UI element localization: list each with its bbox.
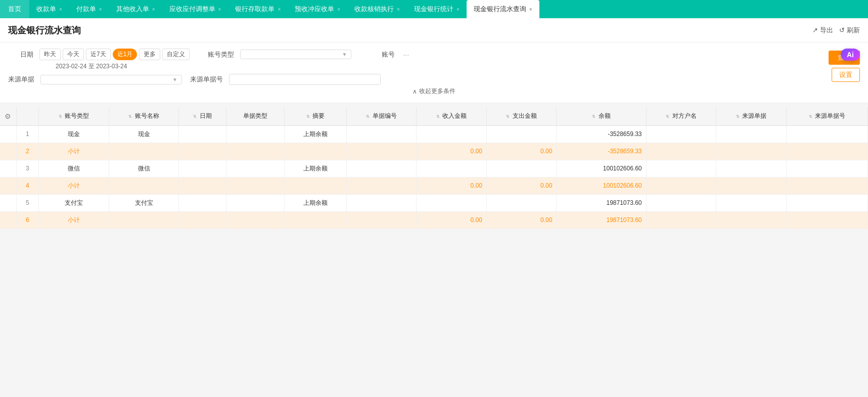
col-expense-label: 支出金额 <box>513 112 537 119</box>
source-doc-group: 来源单据 ▼ <box>8 75 182 84</box>
date-btn-7days[interactable]: 近7天 <box>86 49 111 60</box>
export-button[interactable]: ↗ 导出 <box>812 26 833 35</box>
cell-source-doc <box>716 194 787 211</box>
table-row[interactable]: 4 小计 0.00 0.00 100102606.60 <box>0 177 868 194</box>
cell-doc-type <box>226 177 284 194</box>
cell-num: 3 <box>16 160 39 177</box>
cell-account-name: 微信 <box>109 160 179 177</box>
nav-tab-5-close[interactable]: × <box>337 7 340 12</box>
nav-tab-1[interactable]: 付款单 × <box>69 0 109 18</box>
date-btn-today[interactable]: 今天 <box>63 49 84 60</box>
cell-date <box>179 160 226 177</box>
sort-icon-expense: ⇅ <box>506 114 510 119</box>
col-income-label: 收入金额 <box>442 112 467 119</box>
col-source-doc: ⇅ 来源单据 <box>716 107 787 125</box>
nav-tab-2-close[interactable]: × <box>152 7 155 12</box>
data-table: ⚙ ⇅ 账号类型 ⇅ 账号名称 ⇅ 日期 单据类型 <box>0 107 868 229</box>
collapse-up-icon: ∧ <box>413 88 417 95</box>
cell-source-doc <box>716 211 787 229</box>
nav-tab-8[interactable]: 现金银行流水查询 × <box>467 0 539 18</box>
page-title: 现金银行流水查询 <box>8 24 81 36</box>
nav-tab-0-label: 收款单 <box>36 5 56 14</box>
nav-tab-4[interactable]: 银行存取款单 × <box>228 0 288 18</box>
table-body: 1 现金 现金 上期余额 -3528659.33 2 小计 0.00 0.00 … <box>0 125 868 229</box>
account-type-label: 账号类型 <box>208 50 234 59</box>
cell-balance: 19871073.60 <box>557 211 646 229</box>
nav-tab-6[interactable]: 收款核销执行 × <box>347 0 407 18</box>
cell-counterparty <box>646 125 716 143</box>
cell-balance: 100102606.60 <box>557 177 646 194</box>
account-type-select[interactable]: ▼ <box>240 50 351 59</box>
nav-tab-1-label: 付款单 <box>76 5 96 14</box>
nav-home[interactable]: 首页 <box>0 0 29 18</box>
nav-tab-7-close[interactable]: × <box>456 7 460 12</box>
date-range-display: 2023-02-24 至 2023-03-24 <box>56 63 127 70</box>
export-label: 导出 <box>820 26 833 35</box>
nav-tab-4-label: 银行存取款单 <box>235 5 275 14</box>
col-expense: ⇅ 支出金额 <box>486 107 557 125</box>
date-btn-yesterday[interactable]: 昨天 <box>39 49 61 60</box>
nav-tab-7[interactable]: 现金银行统计 × <box>407 0 467 18</box>
cell-account-type: 微信 <box>39 160 109 177</box>
cell-source-doc <box>716 160 787 177</box>
col-doc-type-label: 单据类型 <box>243 112 267 119</box>
account-label: 账号 <box>370 50 395 59</box>
cell-summary <box>284 143 346 160</box>
nav-tab-2[interactable]: 其他收入单 × <box>109 0 162 18</box>
collapse-bar[interactable]: ∧ 收起更多条件 <box>8 85 860 99</box>
cell-date <box>179 143 226 160</box>
col-source-doc-label: 来源单据 <box>742 112 766 119</box>
gear-icon[interactable]: ⚙ <box>5 112 11 120</box>
col-doc-type: 单据类型 <box>226 107 284 125</box>
table-container: ⚙ ⇅ 账号类型 ⇅ 账号名称 ⇅ 日期 单据类型 <box>0 107 868 229</box>
col-account-name-label: 账号名称 <box>135 112 159 119</box>
date-label: 日期 <box>8 50 33 59</box>
nav-tab-3[interactable]: 应收应付调整单 × <box>162 0 229 18</box>
date-options: 昨天 今天 近7天 近1月 更多 自定义 <box>39 49 190 60</box>
cell-expense <box>486 194 557 211</box>
nav-tab-4-close[interactable]: × <box>278 7 281 12</box>
source-doc-num-input[interactable] <box>229 74 381 85</box>
filter-row-2: 来源单据 ▼ 来源单据号 <box>8 74 820 85</box>
nav-tab-0[interactable]: 收款单 × <box>29 0 69 18</box>
source-doc-select[interactable]: ▼ <box>40 75 182 84</box>
cell-expense <box>486 160 557 177</box>
source-doc-arrow-icon: ▼ <box>172 77 177 82</box>
page-header: 现金银行流水查询 ↗ 导出 ↺ 刷新 <box>0 18 868 42</box>
nav-tab-1-close[interactable]: × <box>99 7 102 12</box>
nav-tab-5[interactable]: 预收冲应收单 × <box>288 0 347 18</box>
cell-expense <box>486 125 557 143</box>
filter-area: 日期 昨天 今天 近7天 近1月 更多 自定义 账号类型 ▼ 账号 ··· <box>0 42 868 103</box>
cell-income <box>417 194 487 211</box>
account-more-dots[interactable]: ··· <box>403 51 409 59</box>
date-btn-more[interactable]: 更多 <box>139 49 160 60</box>
cell-source-doc-no <box>786 177 867 194</box>
col-balance-label: 余额 <box>599 112 611 119</box>
col-balance: ⇅ 余额 <box>557 107 646 125</box>
cell-balance: 19871073.60 <box>557 194 646 211</box>
account-type-arrow-icon: ▼ <box>342 52 347 57</box>
refresh-button[interactable]: ↺ 刷新 <box>839 26 860 35</box>
cell-summary: 上期余额 <box>284 194 346 211</box>
table-row[interactable]: 2 小计 0.00 0.00 -3528659.33 <box>0 143 868 160</box>
col-date-label: 日期 <box>200 112 212 119</box>
nav-tab-8-close[interactable]: × <box>529 7 532 12</box>
table-row[interactable]: 3 微信 微信 上期余额 100102606.60 <box>0 160 868 177</box>
date-btn-1month[interactable]: 近1月 <box>113 49 138 60</box>
nav-tab-6-close[interactable]: × <box>397 7 400 12</box>
col-account-type-label: 账号类型 <box>65 112 89 119</box>
cell-summary: 上期余额 <box>284 160 346 177</box>
date-btn-custom[interactable]: 自定义 <box>162 49 190 60</box>
ai-badge[interactable]: Ai <box>841 49 860 61</box>
table-row[interactable]: 1 现金 现金 上期余额 -3528659.33 <box>0 125 868 143</box>
cell-counterparty <box>646 143 716 160</box>
nav-tab-3-close[interactable]: × <box>218 7 221 12</box>
settings-button[interactable]: 设置 <box>832 68 860 82</box>
cell-source-doc <box>716 177 787 194</box>
nav-tab-2-label: 其他收入单 <box>116 5 149 14</box>
table-row[interactable]: 6 小计 0.00 0.00 19871073.60 <box>0 211 868 229</box>
nav-tab-0-close[interactable]: × <box>59 7 62 12</box>
table-row[interactable]: 5 支付宝 支付宝 上期余额 19871073.60 <box>0 194 868 211</box>
source-doc-label: 来源单据 <box>8 75 34 84</box>
cell-balance: 100102606.60 <box>557 160 646 177</box>
